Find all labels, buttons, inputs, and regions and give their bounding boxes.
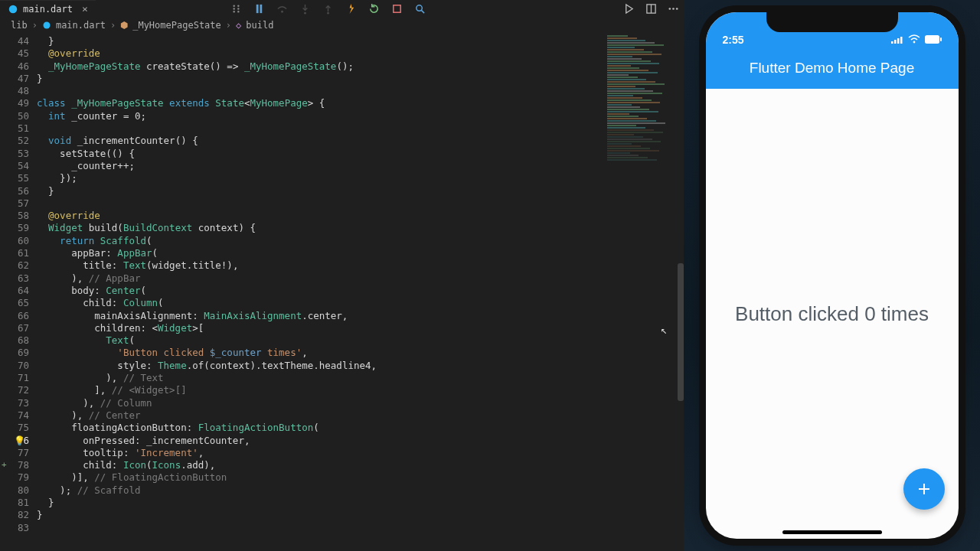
method-icon: ◇ [236, 20, 241, 31]
phone-mockup: 2:55 Flutter Demo Home Page Button click… [706, 12, 959, 539]
wifi-icon [908, 34, 920, 46]
svg-rect-25 [925, 35, 939, 44]
run-icon[interactable] [622, 2, 635, 15]
svg-point-10 [304, 11, 306, 14]
svg-point-2 [237, 5, 239, 6]
editor-actions [622, 0, 679, 17]
tab-bar: main.dart × [0, 0, 684, 17]
svg-point-9 [281, 10, 283, 12]
dart-file-icon [42, 21, 51, 30]
pause-icon[interactable] [253, 2, 265, 15]
chevron-right-icon: › [110, 20, 116, 31]
svg-rect-8 [260, 4, 262, 12]
home-indicator [782, 530, 882, 534]
app-bar: Flutter Demo Home Page [706, 47, 959, 89]
scrollbar-thumb[interactable] [678, 263, 684, 401]
breadcrumb-file[interactable]: main.dart [56, 20, 106, 31]
svg-point-5 [233, 11, 234, 12]
phone-notch [766, 12, 898, 32]
battery-icon [925, 34, 942, 46]
svg-point-3 [233, 8, 234, 9]
tab-filename: main.dart [23, 4, 73, 15]
svg-rect-22 [897, 38, 900, 44]
drag-handle-icon[interactable] [230, 2, 242, 15]
dart-file-icon [8, 4, 18, 15]
debug-toolbar [230, 0, 426, 17]
line-number-gutter: 4445464748495051525354555657585960616263… [0, 34, 37, 551]
svg-point-17 [672, 8, 675, 10]
stop-icon[interactable] [390, 2, 403, 15]
step-out-icon[interactable] [322, 2, 334, 15]
step-over-icon[interactable] [276, 2, 288, 15]
svg-point-24 [913, 41, 915, 44]
split-editor-icon[interactable] [645, 2, 657, 15]
svg-point-11 [327, 11, 329, 14]
step-into-icon[interactable] [299, 2, 311, 15]
svg-point-4 [237, 8, 239, 9]
svg-point-19 [43, 22, 50, 29]
code-editor[interactable]: 4445464748495051525354555657585960616263… [0, 34, 684, 551]
tab-main-dart[interactable]: main.dart × [0, 0, 96, 17]
inspect-icon[interactable] [413, 2, 426, 15]
svg-rect-23 [900, 37, 903, 44]
svg-rect-12 [393, 5, 400, 11]
fab-add-button[interactable] [903, 468, 945, 510]
plus-icon [915, 480, 933, 498]
chevron-right-icon: › [32, 20, 38, 31]
code-content[interactable]: } @override _MyHomePageState createState… [37, 34, 684, 551]
close-icon[interactable]: × [77, 3, 88, 15]
mouse-cursor-icon: ↖ [661, 324, 667, 336]
svg-point-0 [9, 5, 18, 13]
signal-icon [891, 34, 903, 46]
svg-rect-21 [894, 40, 897, 44]
counter-label: Button clicked 0 times [735, 302, 929, 326]
editor-pane: main.dart × lib › main.dart › ⬢ _MyHomeP… [0, 0, 684, 551]
chevron-right-icon: › [226, 20, 231, 31]
svg-point-1 [233, 5, 234, 6]
svg-point-13 [416, 5, 422, 11]
app-bar-title: Flutter Demo Home Page [750, 60, 914, 77]
more-icon[interactable] [667, 2, 679, 15]
svg-rect-26 [940, 37, 942, 41]
svg-point-16 [668, 8, 671, 10]
status-time: 2:55 [723, 34, 744, 46]
hot-reload-icon[interactable] [345, 2, 357, 15]
restart-icon[interactable] [368, 2, 380, 15]
svg-rect-7 [256, 4, 258, 12]
breadcrumb-class[interactable]: _MyHomePageState [132, 20, 221, 31]
svg-rect-20 [891, 41, 893, 44]
breadcrumb-folder[interactable]: lib [11, 20, 28, 31]
breadcrumb-method[interactable]: build [246, 20, 273, 31]
simulator-pane: 2:55 Flutter Demo Home Page Button click… [684, 0, 980, 551]
svg-point-6 [237, 11, 239, 12]
svg-point-18 [675, 8, 678, 10]
class-icon: ⬢ [120, 20, 128, 31]
breadcrumb[interactable]: lib › main.dart › ⬢ _MyHomePageState › ◇… [0, 17, 684, 34]
